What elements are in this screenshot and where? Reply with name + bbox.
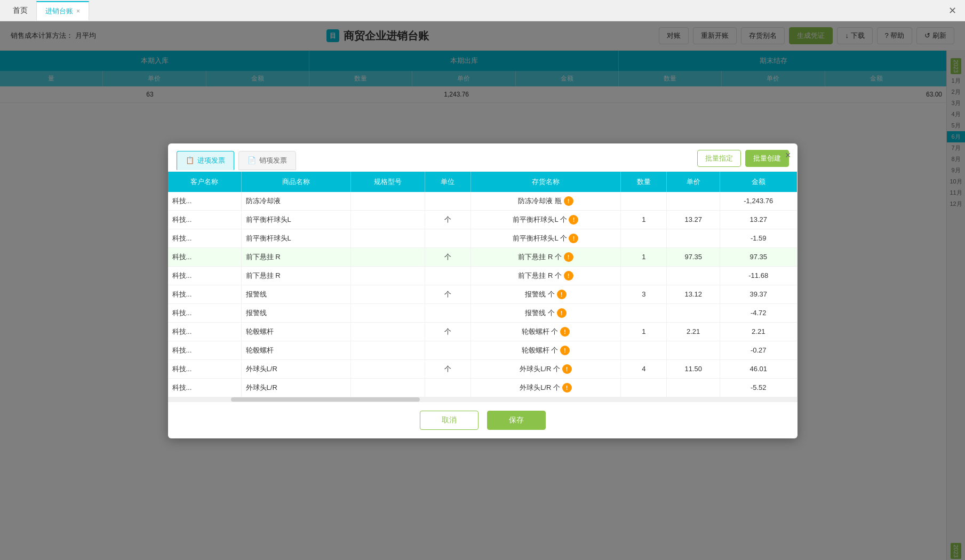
warning-icon: ! xyxy=(557,290,567,299)
tab-active[interactable]: 进销台账 × xyxy=(36,1,89,20)
cell-customer: 科技... xyxy=(168,210,242,229)
cell-spec xyxy=(350,210,425,229)
cell-inventory: 报警线 个 ! xyxy=(470,303,620,322)
cell-spec xyxy=(350,322,425,341)
cell-product: 报警线 xyxy=(241,285,350,303)
cell-amount: -5.52 xyxy=(720,378,797,397)
cell-inventory: 外球头L/R 个 ! xyxy=(470,359,620,378)
tab-home[interactable]: 首页 xyxy=(4,2,36,20)
cell-inventory: 前下悬挂 R 个 ! xyxy=(470,266,620,285)
warning-icon: ! xyxy=(564,271,573,281)
cell-spec xyxy=(350,266,425,285)
cell-price xyxy=(667,266,720,285)
modal-footer: 取消 保存 xyxy=(168,402,797,438)
cell-amount: 2.21 xyxy=(720,322,797,341)
cell-spec xyxy=(350,192,425,211)
cell-qty xyxy=(621,378,667,397)
cell-customer: 科技... xyxy=(168,341,242,359)
window-close-button[interactable]: ✕ xyxy=(944,2,961,19)
col-unit: 单位 xyxy=(425,172,470,192)
cell-inventory: 前平衡杆球头L 个 ! xyxy=(470,210,620,229)
save-button[interactable]: 保存 xyxy=(487,411,546,430)
cell-customer: 科技... xyxy=(168,303,242,322)
cell-inventory: 轮毂螺杆 个 ! xyxy=(470,341,620,359)
tab-active-label: 进销台账 xyxy=(45,6,73,16)
cell-unit xyxy=(425,192,470,211)
cell-spec xyxy=(350,303,425,322)
cell-product: 报警线 xyxy=(241,303,350,322)
modal-close-button[interactable]: × xyxy=(785,150,791,161)
table-row[interactable]: 科技...前下悬挂 R个前下悬挂 R 个 !197.3597.35 xyxy=(168,247,797,266)
cell-price xyxy=(667,341,720,359)
cell-amount: -11.68 xyxy=(720,266,797,285)
cell-spec xyxy=(350,247,425,266)
col-product: 商品名称 xyxy=(241,172,350,192)
warning-icon: ! xyxy=(562,364,572,374)
table-row[interactable]: 科技...报警线报警线 个 !-4.72 xyxy=(168,303,797,322)
cell-spec xyxy=(350,285,425,303)
cell-qty: 4 xyxy=(621,359,667,378)
table-row[interactable]: 科技...防冻冷却液防冻冷却液 瓶 !-1,243.76 xyxy=(168,192,797,211)
tab-close-icon[interactable]: × xyxy=(76,7,80,15)
tab-incoming-invoice[interactable]: 📋 进项发票 xyxy=(177,151,234,170)
cell-product: 前平衡杆球头L xyxy=(241,210,350,229)
warning-icon: ! xyxy=(569,215,578,225)
cell-unit xyxy=(425,341,470,359)
table-row[interactable]: 科技...前平衡杆球头L个前平衡杆球头L 个 !113.2713.27 xyxy=(168,210,797,229)
cell-customer: 科技... xyxy=(168,247,242,266)
cell-inventory: 防冻冷却液 瓶 ! xyxy=(470,192,620,211)
table-row[interactable]: 科技...报警线个报警线 个 !313.1239.37 xyxy=(168,285,797,303)
cell-amount: -1,243.76 xyxy=(720,192,797,211)
cell-qty: 1 xyxy=(621,210,667,229)
warning-icon: ! xyxy=(560,327,570,337)
cell-customer: 科技... xyxy=(168,378,242,397)
cell-qty xyxy=(621,192,667,211)
cell-unit: 个 xyxy=(425,322,470,341)
cell-amount: -1.59 xyxy=(720,229,797,247)
table-row[interactable]: 科技...前下悬挂 R前下悬挂 R 个 !-11.68 xyxy=(168,266,797,285)
col-spec: 规格型号 xyxy=(350,172,425,192)
batch-assign-button[interactable]: 批量指定 xyxy=(697,150,741,167)
cell-customer: 科技... xyxy=(168,229,242,247)
cell-customer: 科技... xyxy=(168,285,242,303)
cell-product: 轮毂螺杆 xyxy=(241,322,350,341)
table-row[interactable]: 科技...前平衡杆球头L前平衡杆球头L 个 !-1.59 xyxy=(168,229,797,247)
cell-customer: 科技... xyxy=(168,322,242,341)
cell-unit xyxy=(425,229,470,247)
cell-customer: 科技... xyxy=(168,359,242,378)
warning-icon: ! xyxy=(557,308,567,318)
warning-icon: ! xyxy=(562,383,572,393)
batch-create-button[interactable]: 批量创建 xyxy=(745,150,789,167)
cancel-button[interactable]: 取消 xyxy=(420,411,478,430)
cell-spec xyxy=(350,378,425,397)
cell-inventory: 前平衡杆球头L 个 ! xyxy=(470,229,620,247)
tab-outgoing-invoice[interactable]: 📄 销项发票 xyxy=(238,151,296,170)
cell-amount: 46.01 xyxy=(720,359,797,378)
cell-price: 2.21 xyxy=(667,322,720,341)
cell-unit xyxy=(425,378,470,397)
cell-price: 11.50 xyxy=(667,359,720,378)
table-row[interactable]: 科技...轮毂螺杆个轮毂螺杆 个 !12.212.21 xyxy=(168,322,797,341)
cell-price: 13.27 xyxy=(667,210,720,229)
modal-scroll-thumb[interactable] xyxy=(231,397,420,402)
cell-qty: 3 xyxy=(621,285,667,303)
cell-unit xyxy=(425,266,470,285)
modal-table[interactable]: 客户名称 商品名称 规格型号 单位 存货名称 数量 单价 金额 科技...防冻冷… xyxy=(168,172,797,397)
cell-product: 前下悬挂 R xyxy=(241,247,350,266)
cell-qty xyxy=(621,266,667,285)
cell-price xyxy=(667,303,720,322)
table-row[interactable]: 科技...外球头L/R个外球头L/R 个 !411.5046.01 xyxy=(168,359,797,378)
col-amount: 金额 xyxy=(720,172,797,192)
cell-qty xyxy=(621,341,667,359)
table-row[interactable]: 科技...外球头L/R外球头L/R 个 !-5.52 xyxy=(168,378,797,397)
table-row[interactable]: 科技...轮毂螺杆轮毂螺杆 个 !-0.27 xyxy=(168,341,797,359)
cell-product: 外球头L/R xyxy=(241,359,350,378)
cell-price: 13.12 xyxy=(667,285,720,303)
warning-icon: ! xyxy=(564,252,573,262)
cell-amount: -4.72 xyxy=(720,303,797,322)
warning-icon: ! xyxy=(564,196,573,206)
cell-spec xyxy=(350,341,425,359)
cell-price: 97.35 xyxy=(667,247,720,266)
warning-icon: ! xyxy=(569,234,578,243)
modal-horizontal-scrollbar[interactable] xyxy=(168,397,797,402)
